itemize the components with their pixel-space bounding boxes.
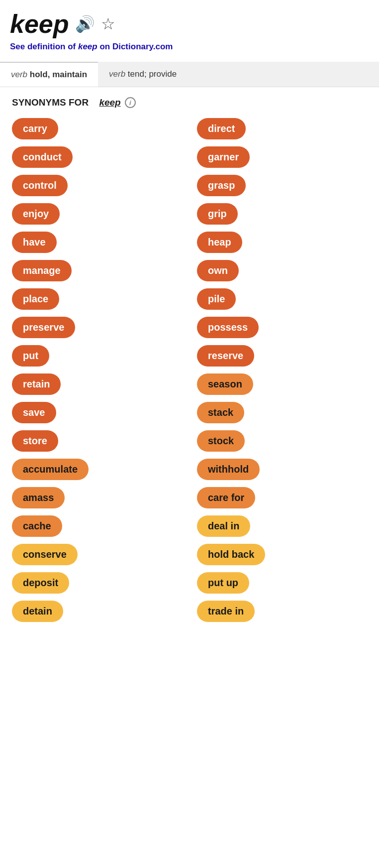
left-column: carry conduct control enjoy have manage … (12, 118, 182, 622)
synonyms-heading-prefix: SYNONYMS FOR (12, 97, 89, 108)
title-row: keep 🔊 ☆ (10, 9, 369, 39)
tabs-row: verb hold, maintain verb tend; provide (0, 62, 379, 87)
pill-preserve[interactable]: preserve (12, 317, 75, 338)
pill-retain[interactable]: retain (12, 373, 61, 395)
dict-link-word: keep (78, 42, 97, 51)
page-header: keep 🔊 ☆ See definition of keep on Dicti… (0, 0, 379, 56)
pill-accumulate[interactable]: accumulate (12, 459, 89, 480)
pill-manage[interactable]: manage (12, 260, 72, 281)
pill-heap[interactable]: heap (197, 232, 242, 253)
pill-garner[interactable]: garner (197, 146, 250, 168)
pill-grasp[interactable]: grasp (197, 175, 246, 196)
pill-deal-in[interactable]: deal in (197, 515, 250, 537)
tab-hold-maintain[interactable]: verb hold, maintain (0, 62, 98, 87)
speaker-icon[interactable]: 🔊 (75, 14, 95, 33)
info-icon[interactable]: i (125, 97, 136, 108)
pill-put[interactable]: put (12, 345, 49, 367)
synonyms-grid: carry conduct control enjoy have manage … (12, 118, 367, 622)
pill-enjoy[interactable]: enjoy (12, 203, 60, 225)
dictionary-link[interactable]: See definition of keep on Dictionary.com (10, 42, 173, 51)
pill-withhold[interactable]: withhold (197, 459, 260, 480)
pill-care-for[interactable]: care for (197, 487, 255, 508)
pill-grip[interactable]: grip (197, 203, 238, 225)
pill-pile[interactable]: pile (197, 288, 236, 310)
pill-trade-in[interactable]: trade in (197, 601, 255, 622)
pill-amass[interactable]: amass (12, 487, 65, 508)
pill-save[interactable]: save (12, 402, 56, 423)
pill-put-up[interactable]: put up (197, 572, 249, 594)
pill-possess[interactable]: possess (197, 317, 259, 338)
pill-place[interactable]: place (12, 288, 59, 310)
pill-have[interactable]: have (12, 232, 57, 253)
right-column: direct garner grasp grip heap own pile p… (197, 118, 367, 622)
pill-detain[interactable]: detain (12, 601, 63, 622)
pill-season[interactable]: season (197, 373, 253, 395)
synonyms-section: SYNONYMS FOR keep i carry conduct contro… (0, 87, 379, 632)
pill-carry[interactable]: carry (12, 118, 58, 139)
pill-store[interactable]: store (12, 430, 58, 452)
star-icon[interactable]: ☆ (101, 14, 115, 33)
pill-own[interactable]: own (197, 260, 239, 281)
pill-deposit[interactable]: deposit (12, 572, 69, 594)
synonyms-heading-word: keep (99, 97, 120, 108)
synonyms-header: SYNONYMS FOR keep i (12, 97, 367, 108)
word-title: keep (10, 9, 69, 39)
pill-stock[interactable]: stock (197, 430, 245, 452)
pill-conserve[interactable]: conserve (12, 544, 78, 565)
dict-link-prefix: See definition of (10, 42, 78, 51)
dict-link-suffix: on Dictionary.com (97, 42, 173, 51)
pill-hold-back[interactable]: hold back (197, 544, 265, 565)
tab-tend-provide[interactable]: verb tend; provide (98, 62, 188, 87)
pill-stack[interactable]: stack (197, 402, 244, 423)
pill-conduct[interactable]: conduct (12, 146, 73, 168)
pill-reserve[interactable]: reserve (197, 345, 254, 367)
pill-control[interactable]: control (12, 175, 68, 196)
pill-cache[interactable]: cache (12, 515, 62, 537)
pill-direct[interactable]: direct (197, 118, 246, 139)
